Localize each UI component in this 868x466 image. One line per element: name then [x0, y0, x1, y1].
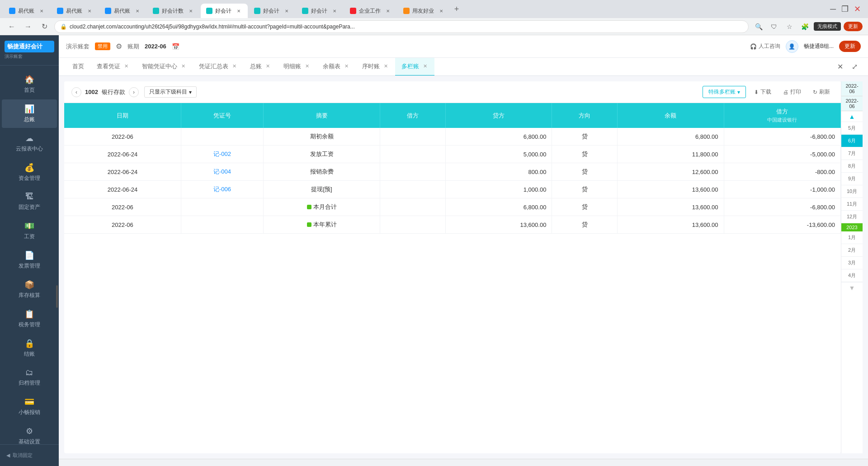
browser-tab-5[interactable]: 好会计 ✕	[201, 4, 248, 18]
browser-tab-close[interactable]: ✕	[384, 7, 392, 14]
sidebar-item-close[interactable]: 🔒 结账	[2, 334, 57, 362]
date-month-9月[interactable]: 9月	[841, 173, 863, 185]
page-tab-close-general-ledger[interactable]: ✕	[264, 63, 271, 70]
date-month-7月[interactable]: 7月	[841, 147, 863, 160]
sidebar-label-ledger: 总账	[24, 116, 35, 123]
search-icon[interactable]: 🔍	[752, 20, 765, 33]
page-tab-multi-column[interactable]: 多栏账✕	[395, 58, 434, 76]
unpin-button[interactable]: ◀ 取消固定	[4, 449, 55, 461]
prev-account-button[interactable]: ‹	[71, 87, 81, 97]
special-ledger-button[interactable]: 特殊多栏账 ▾	[703, 86, 746, 98]
page-tab-home[interactable]: 首页	[66, 58, 90, 76]
browser-tab-close[interactable]: ✕	[438, 7, 445, 14]
browser-tab-6[interactable]: 好会计 ✕	[249, 4, 296, 18]
sidebar-icon-stock: 📦	[24, 280, 34, 290]
date-month-6月[interactable]: 6月	[841, 135, 863, 147]
back-button[interactable]: ←	[5, 20, 18, 33]
sidebar-item-report[interactable]: ☁ 云报表中心	[2, 129, 57, 157]
refresh-button[interactable]: ↻ 刷新	[809, 86, 834, 98]
page-tab-smart-voucher[interactable]: 智能凭证中心✕	[136, 58, 193, 76]
page-tab-voucher-view[interactable]: 查看凭证✕	[90, 58, 136, 76]
sidebar-item-settings[interactable]: ⚙ 基础设置	[2, 422, 57, 444]
page-tab-detail-ledger[interactable]: 明细账✕	[277, 58, 316, 76]
consult-button[interactable]: 🎧 人工咨询	[750, 42, 780, 50]
sidebar-item-assets[interactable]: 🏗 固定资产	[2, 188, 57, 216]
address-bar[interactable]: 🔒 cloud2.chanjet.com/accounting/uh26t264…	[54, 20, 749, 33]
browser-tab-3[interactable]: 易代账 ✕	[99, 4, 146, 18]
sidebar-item-archive[interactable]: 🗂 归档管理	[2, 363, 57, 391]
browser-tab-8[interactable]: 企业工作 ✕	[344, 4, 397, 18]
sidebar-label-expense: 小畅报销	[19, 409, 40, 416]
sidebar-item-home[interactable]: 🏠 首页	[2, 70, 57, 99]
browser-tab-close[interactable]: ✕	[283, 7, 290, 14]
browser-tab-close[interactable]: ✕	[38, 7, 45, 14]
sidebar-item-ledger[interactable]: 📊 总账	[2, 99, 57, 128]
page-tab-close-voucher-summary[interactable]: ✕	[231, 63, 237, 70]
date-month-2023-2月[interactable]: 2月	[841, 244, 863, 257]
close-pane-button[interactable]: ✕	[834, 61, 846, 73]
page-tab-close-multi-column[interactable]: ✕	[422, 63, 428, 70]
bottom-scrollbar[interactable]	[59, 459, 868, 466]
page-tab-close-balance-sheet[interactable]: ✕	[343, 63, 349, 70]
date-month-2023-3月[interactable]: 3月	[841, 257, 863, 269]
browser-tab-close[interactable]: ✕	[86, 7, 93, 14]
reload-button[interactable]: ↻	[38, 20, 51, 33]
page-tab-close-voucher-view[interactable]: ✕	[123, 63, 129, 70]
page-tab-voucher-summary[interactable]: 凭证汇总表✕	[193, 58, 244, 76]
date-month-2023-4月[interactable]: 4月	[841, 269, 863, 282]
sidebar-item-fund[interactable]: 💰 资金管理	[2, 158, 57, 187]
browser-tab-close[interactable]: ✕	[134, 7, 141, 14]
shield-icon[interactable]: 🛡	[768, 20, 780, 33]
page-tab-close-sequence-ledger[interactable]: ✕	[382, 63, 389, 70]
voucher-link[interactable]: 记-004	[181, 163, 263, 181]
browser-tab-2[interactable]: 易代账 ✕	[52, 4, 99, 18]
settings-icon[interactable]: ⚙	[116, 42, 122, 51]
date-scroll-up[interactable]: ▲	[841, 111, 863, 122]
forward-button[interactable]: →	[22, 20, 34, 33]
voucher-link[interactable]: 记-006	[181, 181, 263, 198]
download-button[interactable]: ⬇ 下载	[750, 86, 775, 98]
print-button[interactable]: 🖨 打印	[779, 86, 805, 98]
page-tab-close-detail-ledger[interactable]: ✕	[304, 63, 310, 70]
table-th-借方: 借方中国建设银行	[724, 103, 841, 128]
calendar-icon[interactable]: 📅	[172, 43, 179, 50]
extension-icon[interactable]: 🧩	[798, 20, 811, 33]
date-month-8月[interactable]: 8月	[841, 160, 863, 173]
date-month-12月[interactable]: 12月	[841, 211, 863, 223]
sidebar-item-invoice[interactable]: 📄 发票管理	[2, 246, 57, 274]
date-month-2023-1月[interactable]: 1月	[841, 231, 863, 244]
date-month-11月[interactable]: 11月	[841, 198, 863, 211]
expand-pane-button[interactable]: ⤢	[848, 61, 861, 73]
period-label: 账期	[127, 42, 139, 51]
sidebar-item-salary[interactable]: 💵 工资	[2, 217, 57, 245]
update-btn[interactable]: 更新	[844, 22, 863, 31]
browser-tab-close[interactable]: ✕	[331, 7, 338, 14]
next-account-button[interactable]: ›	[129, 87, 139, 97]
page-tab-sequence-ledger[interactable]: 序时账✕	[356, 58, 395, 76]
page-tab-balance-sheet[interactable]: 余额表✕	[316, 58, 356, 76]
browser-tab-9[interactable]: 用友好业 ✕	[398, 4, 450, 18]
bookmark-icon[interactable]: ☆	[783, 20, 796, 33]
browser-tab-4[interactable]: 好会计数 ✕	[147, 4, 200, 18]
browser-tab-7[interactable]: 好会计 ✕	[297, 4, 344, 18]
update-button[interactable]: 更新	[839, 41, 861, 52]
browser-tab-close[interactable]: ✕	[235, 7, 242, 14]
sidebar-item-expense[interactable]: 💳 小畅报销	[2, 392, 57, 421]
page-tab-general-ledger[interactable]: 总账✕	[244, 58, 277, 76]
stealth-mode-btn[interactable]: 无痕模式	[814, 22, 841, 31]
date-month-10月[interactable]: 10月	[841, 185, 863, 198]
browser-tab-close[interactable]: ✕	[187, 7, 194, 14]
minimize-button[interactable]: ─	[828, 3, 838, 16]
voucher-link[interactable]: 记-002	[181, 146, 263, 163]
filter-dropdown[interactable]: 只显示下级科目 ▾	[144, 86, 197, 98]
sidebar-item-stock[interactable]: 📦 库存核算	[2, 275, 57, 304]
sidebar-footer[interactable]: ◀ 取消固定	[0, 444, 59, 466]
close-button[interactable]: ✕	[852, 2, 863, 16]
sidebar-item-tax[interactable]: 📋 税务管理	[2, 305, 57, 333]
new-tab-button[interactable]: +	[450, 3, 463, 15]
date-scroll-down[interactable]: ▼	[841, 282, 863, 293]
page-tab-close-smart-voucher[interactable]: ✕	[180, 63, 186, 70]
restore-button[interactable]: ❐	[840, 2, 850, 16]
browser-tab-1[interactable]: 易代账 ✕	[4, 4, 51, 18]
date-month-5月[interactable]: 5月	[841, 122, 863, 135]
